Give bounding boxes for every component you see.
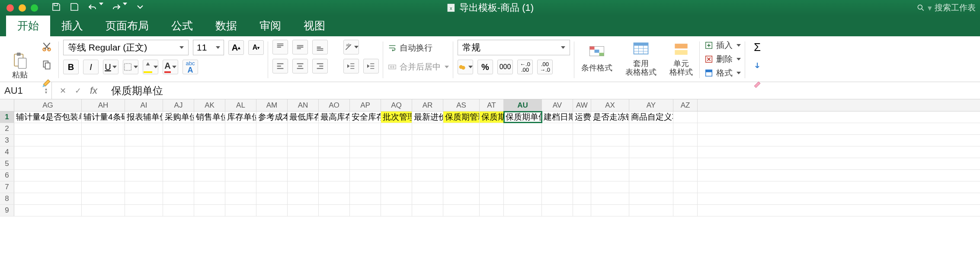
insert-cells-button[interactable]: 插入	[704, 40, 741, 51]
row-header-2[interactable]: 2	[0, 123, 14, 134]
font-color-button[interactable]: A	[163, 60, 178, 74]
cell-AK4[interactable]	[194, 146, 225, 158]
cell-AR3[interactable]	[412, 135, 443, 146]
conditional-format-button[interactable]: 条件格式	[579, 44, 615, 73]
col-header-AJ[interactable]: AJ	[163, 99, 194, 111]
cell-AS1[interactable]: 保质期管理	[443, 111, 480, 123]
undo-icon[interactable]	[87, 2, 103, 14]
row-header-9[interactable]: 9	[0, 205, 14, 216]
cell-AM6[interactable]	[256, 170, 288, 181]
cell-AQ4[interactable]	[381, 146, 412, 158]
cell-AK6[interactable]	[194, 170, 225, 181]
font-size-select[interactable]: 11	[193, 40, 224, 55]
cell-AV1[interactable]: 建档日期	[542, 111, 573, 123]
col-header-AN[interactable]: AN	[288, 99, 319, 111]
cell-AQ3[interactable]	[381, 135, 412, 146]
cell-AX8[interactable]	[591, 193, 629, 204]
col-header-AZ[interactable]: AZ	[673, 99, 698, 111]
cell-AL7[interactable]	[225, 181, 256, 193]
cancel-formula-icon[interactable]: ✕	[60, 86, 66, 95]
cell-AU3[interactable]	[504, 135, 542, 146]
cell-AV6[interactable]	[542, 170, 573, 181]
cell-AO8[interactable]	[319, 193, 350, 204]
cell-AG4[interactable]	[14, 146, 82, 158]
cell-AR1[interactable]: 最新进价	[412, 111, 443, 123]
phonetic-button[interactable]: abcA	[183, 60, 198, 74]
bold-button[interactable]: B	[63, 60, 79, 74]
tab-6[interactable]: 视图	[292, 15, 336, 36]
cell-AZ6[interactable]	[673, 170, 698, 181]
cell-AV2[interactable]	[542, 123, 573, 134]
italic-button[interactable]: I	[83, 60, 99, 74]
cell-AY5[interactable]	[629, 158, 673, 169]
cell-AU5[interactable]	[504, 158, 542, 169]
cell-AW6[interactable]	[573, 170, 591, 181]
cell-AX5[interactable]	[591, 158, 629, 169]
minimize-icon[interactable]	[19, 4, 26, 12]
cell-AG8[interactable]	[14, 193, 82, 204]
cell-AI2[interactable]	[125, 123, 163, 134]
cell-AP6[interactable]	[350, 170, 381, 181]
cell-AO4[interactable]	[319, 146, 350, 158]
cell-AP2[interactable]	[350, 123, 381, 134]
cell-AX1[interactable]: 是否走冻链	[591, 111, 629, 123]
col-header-AT[interactable]: AT	[480, 99, 504, 111]
cell-AS6[interactable]	[443, 170, 480, 181]
cut-button[interactable]	[39, 40, 54, 54]
cell-AO5[interactable]	[319, 158, 350, 169]
cell-AS8[interactable]	[443, 193, 480, 204]
cell-AO1[interactable]: 最高库存	[319, 111, 350, 123]
cell-AL2[interactable]	[225, 123, 256, 134]
col-header-AO[interactable]: AO	[319, 99, 350, 111]
cell-AN7[interactable]	[288, 181, 319, 193]
cell-AV5[interactable]	[542, 158, 573, 169]
comma-button[interactable]: 000	[497, 60, 513, 74]
cell-AZ1[interactable]	[673, 111, 698, 123]
cell-AI9[interactable]	[125, 205, 163, 216]
cell-AQ1[interactable]: 批次管理	[381, 111, 412, 123]
cell-AY4[interactable]	[629, 146, 673, 158]
cell-AT7[interactable]	[480, 181, 504, 193]
cell-AR2[interactable]	[412, 123, 443, 134]
cell-AP5[interactable]	[350, 158, 381, 169]
cell-AJ1[interactable]: 采购单位	[163, 111, 194, 123]
align-right-button[interactable]	[312, 59, 328, 73]
cell-AZ7[interactable]	[673, 181, 698, 193]
fill-color-button[interactable]	[143, 60, 158, 74]
row-header-7[interactable]: 7	[0, 181, 14, 193]
cell-AI6[interactable]	[125, 170, 163, 181]
row-header-6[interactable]: 6	[0, 170, 14, 181]
format-as-table-button[interactable]: 套用 表格格式	[623, 40, 659, 77]
cell-AO6[interactable]	[319, 170, 350, 181]
cell-AL1[interactable]: 库存单位	[225, 111, 256, 123]
cell-AX3[interactable]	[591, 135, 629, 146]
align-bottom-button[interactable]	[312, 40, 328, 54]
cell-AZ5[interactable]	[673, 158, 698, 169]
cell-AR9[interactable]	[412, 205, 443, 216]
cell-AQ8[interactable]	[381, 193, 412, 204]
row-header-3[interactable]: 3	[0, 135, 14, 146]
decrease-font-button[interactable]: A▾	[248, 40, 264, 55]
cell-AL3[interactable]	[225, 135, 256, 146]
tab-4[interactable]: 数据	[204, 15, 248, 36]
cell-AS2[interactable]	[443, 123, 480, 134]
cell-AX9[interactable]	[591, 205, 629, 216]
cell-AS9[interactable]	[443, 205, 480, 216]
border-button[interactable]	[123, 60, 138, 74]
cell-AJ9[interactable]	[163, 205, 194, 216]
cell-AN5[interactable]	[288, 158, 319, 169]
cell-AW8[interactable]	[573, 193, 591, 204]
cell-AP3[interactable]	[350, 135, 381, 146]
cell-AG2[interactable]	[14, 123, 82, 134]
cell-AN6[interactable]	[288, 170, 319, 181]
cell-AG1[interactable]: 辅计量4是否包装单位	[14, 111, 82, 123]
number-format-select[interactable]: 常规	[458, 40, 570, 55]
cell-AZ9[interactable]	[673, 205, 698, 216]
cell-AK2[interactable]	[194, 123, 225, 134]
cell-AT3[interactable]	[480, 135, 504, 146]
col-header-AQ[interactable]: AQ	[381, 99, 412, 111]
cell-AR6[interactable]	[412, 170, 443, 181]
cell-AG7[interactable]	[14, 181, 82, 193]
cell-AX7[interactable]	[591, 181, 629, 193]
cell-AM9[interactable]	[256, 205, 288, 216]
